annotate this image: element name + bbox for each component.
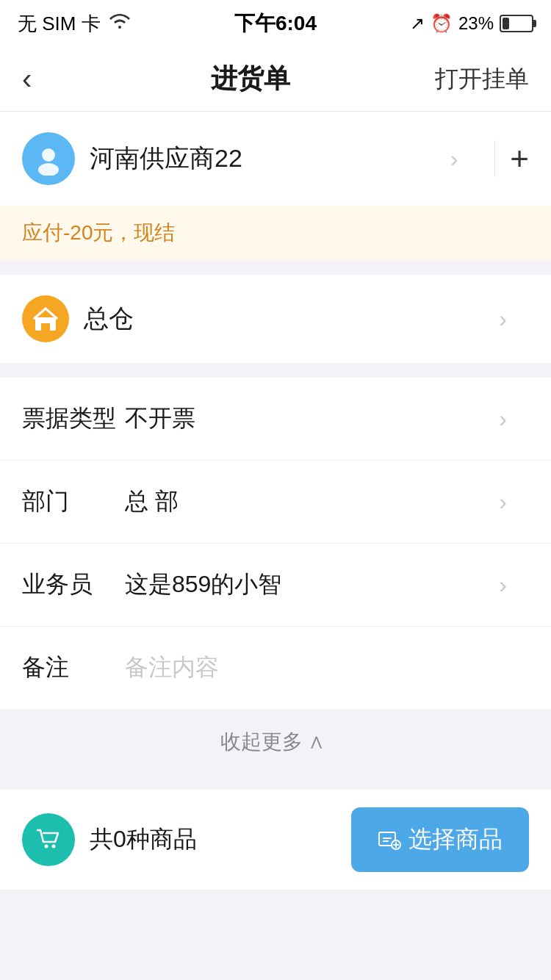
warehouse-chevron-icon: › xyxy=(499,306,507,333)
supplier-avatar xyxy=(22,132,75,185)
select-product-button[interactable]: 选择商品 xyxy=(351,807,529,872)
svg-point-4 xyxy=(45,845,48,849)
status-bar: 无 SIM 卡 下午6:04 ↗ ⏰ 23% xyxy=(0,0,551,47)
invoice-chevron-icon: › xyxy=(499,406,507,433)
svg-point-5 xyxy=(52,845,56,849)
select-product-label: 选择商品 xyxy=(408,824,503,856)
note-label: 备注 xyxy=(22,652,125,684)
salesman-chevron-icon: › xyxy=(499,572,507,599)
nav-bar: ‹ 进货单 打开挂单 xyxy=(0,47,551,112)
collapse-bar[interactable]: 收起更多 ∧ xyxy=(0,709,551,775)
department-label: 部门 xyxy=(22,486,125,518)
invoice-value: 不开票 xyxy=(125,403,499,435)
status-left: 无 SIM 卡 xyxy=(18,11,132,37)
alarm-icon: ⏰ xyxy=(431,13,453,34)
back-button[interactable]: ‹ xyxy=(22,62,66,96)
location-icon: ↗ xyxy=(410,13,425,34)
notice-bar: 应付-20元，现结 xyxy=(0,206,551,260)
department-row[interactable]: 部门 总 部 › xyxy=(0,461,551,544)
warehouse-name: 总仓 xyxy=(84,302,499,336)
product-bar: 共0种商品 选择商品 xyxy=(0,790,551,890)
cart-icon xyxy=(22,813,75,866)
supplier-section: 河南供应商22 › + 应付-20元，现结 xyxy=(0,112,551,260)
status-right: ↗ ⏰ 23% xyxy=(410,13,533,34)
salesman-label: 业务员 xyxy=(22,569,125,601)
department-chevron-icon: › xyxy=(499,489,507,516)
salesman-value: 这是859的小智 xyxy=(125,569,499,601)
wifi-icon xyxy=(108,12,132,35)
note-row[interactable]: 备注 备注内容 xyxy=(0,627,551,709)
supplier-chevron-icon: › xyxy=(450,145,458,173)
supplier-divider xyxy=(494,140,495,177)
main-content: 河南供应商22 › + 应付-20元，现结 总仓 › 票据类型 不开票 › xyxy=(0,112,551,890)
form-section: 票据类型 不开票 › 部门 总 部 › 业务员 这是859的小智 › 备注 备注… xyxy=(0,378,551,709)
invoice-label: 票据类型 xyxy=(22,403,125,435)
add-supplier-button[interactable]: + xyxy=(510,140,529,177)
battery-icon xyxy=(500,15,533,32)
salesman-row[interactable]: 业务员 这是859的小智 › xyxy=(0,544,551,627)
warehouse-row[interactable]: 总仓 › xyxy=(0,275,551,363)
invoice-row[interactable]: 票据类型 不开票 › xyxy=(0,378,551,461)
department-value: 总 部 xyxy=(125,486,499,518)
warehouse-icon xyxy=(22,295,69,342)
open-pending-button[interactable]: 打开挂单 xyxy=(435,63,529,96)
note-input[interactable]: 备注内容 xyxy=(125,652,529,684)
page-title: 进货单 xyxy=(211,61,290,97)
notice-text: 应付-20元，现结 xyxy=(22,221,175,244)
svg-rect-3 xyxy=(41,323,50,331)
collapse-text: 收起更多 ∧ xyxy=(220,728,325,756)
svg-point-0 xyxy=(42,148,55,162)
battery-percent: 23% xyxy=(458,13,494,34)
carrier-text: 无 SIM 卡 xyxy=(18,11,101,37)
product-count-label: 共0种商品 xyxy=(90,824,351,856)
supplier-name: 河南供应商22 xyxy=(90,142,450,176)
supplier-row[interactable]: 河南供应商22 › + xyxy=(0,112,551,206)
status-time: 下午6:04 xyxy=(234,10,317,37)
svg-point-1 xyxy=(38,163,59,176)
